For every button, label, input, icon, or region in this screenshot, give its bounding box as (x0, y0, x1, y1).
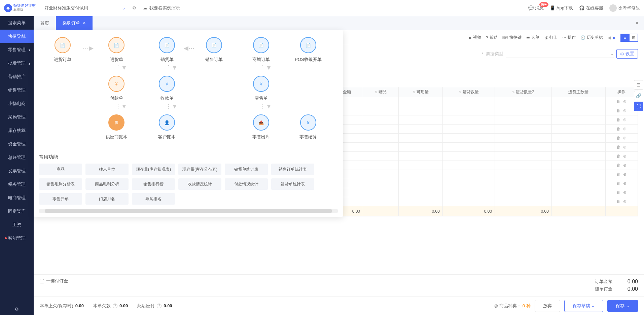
history-button[interactable]: 🕘历史单据 (580, 35, 603, 40)
quicknav-button[interactable]: 商品毛利分析 (85, 178, 129, 190)
quicknav-button[interactable]: 现存量(库存状况表) (132, 164, 175, 175)
add-row-icon[interactable]: ⊕ (623, 181, 627, 186)
sidebar-item-eshop[interactable]: 电商管理 (0, 191, 34, 205)
add-row-icon[interactable]: ⊕ (623, 99, 627, 104)
quicknav-button[interactable]: 销售订单统计表 (271, 164, 314, 175)
col-gift[interactable]: ⇅赠品 (363, 87, 399, 97)
qn-node-pos[interactable]: 📄POS收银开单 (285, 37, 332, 63)
sidebar-item-quicknav[interactable]: 快捷导航 (0, 30, 34, 43)
sidebar-item-smart[interactable]: 智能管理 (0, 232, 34, 245)
sidebar-item-assets[interactable]: 固定资产 (0, 205, 34, 218)
qn-node-supplier-ledger[interactable]: 供供应商账本 (93, 114, 140, 140)
add-row-icon[interactable]: ⊕ (623, 199, 627, 204)
float-btn-1[interactable]: ☰ (634, 80, 643, 90)
close-icon[interactable]: ✕ (83, 21, 86, 25)
add-row-icon[interactable]: ⊕ (623, 172, 627, 177)
quicknav-button[interactable]: 商品 (39, 164, 82, 175)
settings-button[interactable]: ⚙设置 (616, 49, 638, 59)
tab-purchase-order[interactable]: 采购订单 ✕ (56, 16, 93, 30)
qn-node-purchase-order[interactable]: 📄进货订单 (39, 37, 86, 63)
qn-node-retail-settle[interactable]: ¥零售结算 (285, 114, 332, 140)
sidebar-item-stock[interactable]: 库存核算 (0, 124, 34, 137)
messages-button[interactable]: 💬 消息 99+ (528, 5, 544, 11)
float-btn-expand[interactable]: ⛶ (634, 102, 643, 111)
tab-home[interactable]: 首页 (34, 16, 56, 30)
operations-button[interactable]: ⋯操作 (562, 35, 576, 40)
sidebar-item-search[interactable]: 搜索菜单 (0, 16, 34, 30)
add-row-icon[interactable]: ⊕ (623, 117, 627, 122)
col-inmain[interactable]: 进货主数量 (551, 87, 605, 97)
delete-row-icon[interactable]: 🗑 (616, 117, 620, 122)
save-draft-button[interactable]: 保存草稿 ⌄ (564, 300, 604, 312)
col-avail[interactable]: ⇅可用量 (399, 87, 443, 97)
qn-node-customer-ledger[interactable]: 👤客户账本 (143, 114, 190, 140)
add-row-icon[interactable]: ⊕ (623, 127, 627, 131)
sidebar-item-marketing[interactable]: 营销推广 (0, 70, 34, 83)
qn-node-payment[interactable]: ¥付款单 (93, 76, 140, 101)
quicknav-button[interactable]: 付款情况统计 (225, 178, 268, 190)
sidebar-item-finance[interactable]: 资金管理 (0, 137, 34, 151)
shortcut-button[interactable]: ⌨快捷键 (502, 35, 522, 40)
quicknav-button[interactable]: 零售开单 (39, 193, 82, 205)
next-doc-button[interactable]: ▶ (613, 35, 616, 40)
quicknav-button[interactable]: 往来单位 (85, 164, 129, 175)
quicknav-button[interactable]: 导购排名 (132, 193, 175, 205)
quicknav-button[interactable]: 收款情况统计 (178, 178, 221, 190)
delete-row-icon[interactable]: 🗑 (616, 190, 620, 195)
qn-node-purchase[interactable]: 📄进货单 (93, 37, 140, 63)
support-button[interactable]: 🎧 在线客服 (579, 5, 603, 11)
add-row-icon[interactable]: ⊕ (623, 154, 627, 159)
sidebar-item-ledger[interactable]: 总账管理 (0, 151, 34, 164)
sidebar-settings[interactable]: ⚙ (0, 303, 34, 315)
sidebar-item-invoice[interactable]: 发票管理 (0, 164, 34, 178)
user-menu[interactable]: 徐泽华修改 (609, 4, 640, 12)
close-all-tabs[interactable]: ✕ (630, 21, 644, 26)
qn-node-sales-order[interactable]: 📄销售订单 (190, 37, 238, 63)
delete-row-icon[interactable]: 🗑 (616, 163, 620, 168)
delete-row-icon[interactable]: 🗑 (616, 99, 620, 104)
sidebar-item-ecommerce[interactable]: 小畅电商 (0, 97, 34, 110)
video-button[interactable]: ▶视频 (469, 35, 481, 40)
quicknav-button[interactable]: 销售排行榜 (132, 178, 175, 190)
qn-node-retail[interactable]: ¥零售单 (238, 76, 285, 101)
view-list-button[interactable]: ≡ (620, 34, 629, 42)
sidebar-item-sales[interactable]: 销售管理 (0, 83, 34, 97)
qn-node-receipt[interactable]: ¥收款单 (143, 76, 190, 101)
onekey-pay-checkbox[interactable]: 一键付订金 (40, 278, 68, 284)
print-button[interactable]: 🖨打印 (544, 35, 558, 40)
scrollbar-thumb[interactable] (45, 209, 332, 213)
quicknav-button[interactable]: 销货单统计表 (225, 164, 268, 175)
ticket-type-select[interactable]: ⌄ (506, 50, 614, 58)
add-row-icon[interactable]: ⊕ (623, 108, 627, 113)
prev-doc-button[interactable]: ◀ (608, 35, 611, 40)
trial-selector[interactable]: 好业财标准版交付试用 ⌄ (44, 5, 126, 11)
delete-row-icon[interactable]: 🗑 (616, 136, 620, 140)
sidebar-item-purchase[interactable]: 采购管理 (0, 110, 34, 124)
col-in2[interactable]: ⇅进货数量2 (495, 87, 552, 97)
quicknav-button[interactable]: 现存量(库存分布表) (178, 164, 221, 175)
delete-row-icon[interactable]: 🗑 (616, 181, 620, 186)
save-button[interactable]: 保存 ⌄ (607, 300, 638, 312)
delete-row-icon[interactable]: 🗑 (616, 199, 620, 204)
delete-row-icon[interactable]: 🗑 (616, 127, 620, 131)
sidebar-item-tax[interactable]: 税务管理 (0, 178, 34, 191)
sidebar-item-retail[interactable]: 零售管理▾ (0, 43, 34, 57)
add-row-icon[interactable]: ⊕ (623, 190, 627, 195)
help-icon[interactable]: ? (157, 304, 162, 308)
qn-node-sales-slip[interactable]: 📄销货单 (143, 37, 190, 63)
abandon-button[interactable]: 放弃 (535, 300, 560, 312)
help-button[interactable]: ?帮助 (486, 35, 498, 40)
float-btn-2[interactable]: 🔗 (634, 91, 643, 100)
add-row-icon[interactable]: ⊕ (623, 163, 627, 168)
add-row-icon[interactable]: ⊕ (623, 145, 627, 149)
quicknav-scrollbar[interactable] (39, 209, 338, 213)
sidebar-item-salary[interactable]: 工资 (0, 218, 34, 232)
sidebar-item-wholesale[interactable]: 批发管理▴ (0, 57, 34, 70)
delete-row-icon[interactable]: 🗑 (616, 108, 620, 113)
quicknav-button[interactable]: 门店排名 (85, 193, 129, 205)
help-icon[interactable]: ? (113, 304, 117, 308)
delete-row-icon[interactable]: 🗑 (616, 145, 620, 149)
col-in1[interactable]: ⇅进货数量 (442, 87, 495, 97)
view-grid-button[interactable]: ⊞ (629, 34, 638, 42)
app-download-button[interactable]: 📱 App下载 (550, 5, 573, 11)
